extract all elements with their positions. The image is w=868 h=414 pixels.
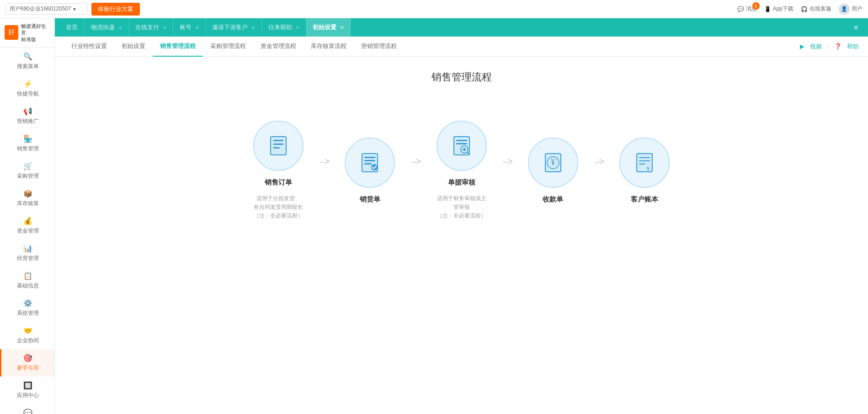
app-download-item[interactable]: 📱 App下载 bbox=[764, 5, 793, 13]
sub-tab-sales_flow[interactable]: 销售管理流程 bbox=[153, 37, 203, 57]
headset-icon: 🎧 bbox=[801, 6, 808, 12]
tab-close-invite[interactable]: ✕ bbox=[251, 25, 255, 30]
sidebar-item-collab[interactable]: 🤝 企业协同 bbox=[0, 322, 54, 349]
help-label[interactable]: 帮助 bbox=[847, 42, 859, 51]
svg-text:¥: ¥ bbox=[551, 158, 555, 167]
tab-close-payment[interactable]: ✕ bbox=[163, 25, 166, 30]
flow-label-audit: 单据审核 bbox=[448, 178, 475, 187]
nav-tab-period[interactable]: 往来期初✕ bbox=[262, 18, 306, 37]
online-service-item[interactable]: 🎧 在线客服 bbox=[801, 5, 831, 13]
sidebar-item-purchase[interactable]: 🛒 采购管理 bbox=[0, 157, 54, 185]
logo-text: 畅捷通好生意 标准版 bbox=[21, 23, 50, 42]
svg-rect-5 bbox=[364, 157, 375, 158]
sidebar-item-label: 新手引导 bbox=[17, 364, 39, 372]
sub-tab-initial[interactable]: 初始设置 bbox=[114, 37, 153, 57]
sidebar-item-sales[interactable]: 🏪 销售管理 bbox=[0, 130, 54, 157]
operation-icon: 📊 bbox=[23, 244, 32, 253]
sidebar-item-system[interactable]: ⚙️ 系统管理 bbox=[0, 294, 54, 322]
sub-tab-purchase_flow[interactable]: 采购管理流程 bbox=[203, 37, 253, 57]
sub-nav-right: ▶ 视频 | ❓ 帮助 bbox=[800, 42, 859, 51]
flow-step-audit[interactable]: 单据审核适用于财务审核或主 管审核 （注：非必要流程） bbox=[425, 121, 498, 221]
flow-arrow-1: ···> bbox=[315, 156, 333, 167]
nav-tab-logistics[interactable]: 物流快递✕ bbox=[85, 18, 129, 37]
svg-rect-19 bbox=[639, 157, 650, 158]
trial-button[interactable]: 体验行业方案 bbox=[91, 3, 140, 16]
tab-close-logistics[interactable]: ✕ bbox=[118, 25, 122, 30]
top-bar-right: 💬 消息 6 📱 App下载 🎧 在线客服 👤 用户 bbox=[737, 4, 863, 15]
nav-tabs-container: 首页物流快递✕在线支付✕账号✕邀请下游客户✕往来期初✕初始设置✕ bbox=[59, 18, 351, 37]
tab-label: 账号 bbox=[180, 23, 192, 32]
message-icon-item[interactable]: 💬 消息 6 bbox=[737, 5, 757, 13]
svg-rect-1 bbox=[273, 140, 283, 141]
separator: | bbox=[827, 43, 829, 50]
sidebar-item-label: 经营管理 bbox=[17, 255, 39, 262]
page-title: 销售管理流程 bbox=[64, 70, 859, 84]
sidebar-item-label: 销售管理 bbox=[17, 145, 39, 153]
nav-tabs: 首页物流快递✕在线支付✕账号✕邀请下游客户✕往来期初✕初始设置✕ ✕ bbox=[55, 18, 868, 37]
tab-close-setup[interactable]: ✕ bbox=[340, 25, 344, 30]
purchase-icon: 🛒 bbox=[23, 162, 32, 170]
flow-step-sales_order[interactable]: 销售订单适用于分批发货、 有合同发货周期较长 （注：非必要流程） bbox=[242, 121, 315, 221]
svg-rect-18 bbox=[637, 154, 652, 172]
sidebar-item-search[interactable]: 🔍 搜索菜单 bbox=[0, 48, 54, 75]
sidebar-item-label: 系统管理 bbox=[17, 309, 39, 317]
sub-tab-marketing_flow[interactable]: 营销管理流程 bbox=[354, 37, 404, 57]
svg-rect-6 bbox=[364, 160, 375, 161]
tab-close-account[interactable]: ✕ bbox=[195, 25, 199, 30]
flow-step-account_book[interactable]: ¥ 客户账本 bbox=[608, 138, 681, 204]
help-icon: ❓ bbox=[834, 43, 841, 50]
finance-icon: 💰 bbox=[23, 217, 32, 225]
svg-text:¥: ¥ bbox=[647, 165, 650, 172]
user-name-label: 用户 bbox=[852, 5, 863, 13]
flow-step-delivery[interactable]: 销货单 bbox=[333, 138, 406, 204]
flow-step-receipt[interactable]: ¥ 收款单 bbox=[517, 138, 590, 204]
sidebar-item-apps[interactable]: 🔲 应用中心 bbox=[0, 377, 54, 404]
nav-tab-account[interactable]: 账号✕ bbox=[173, 18, 206, 37]
video-label[interactable]: 视频 bbox=[810, 42, 822, 51]
tab-label: 初始设置 bbox=[313, 23, 336, 32]
sidebar-nav: 🔍 搜索菜单⚡ 快捷导航📢 营销推广🏪 销售管理🛒 采购管理📦 库存核算💰 资金… bbox=[0, 48, 54, 414]
sidebar-item-label: 快捷导航 bbox=[17, 90, 39, 98]
sidebar-item-basic[interactable]: 📋 基础信息 bbox=[0, 267, 54, 294]
svg-rect-20 bbox=[639, 160, 650, 161]
nav-tab-payment[interactable]: 在线支付✕ bbox=[129, 18, 173, 37]
user-select[interactable]: 用户690企业1660120507 ▾ bbox=[5, 3, 88, 15]
dropdown-icon: ▾ bbox=[73, 6, 76, 12]
online-service-label: 在线客服 bbox=[809, 5, 831, 13]
search-icon: 🔍 bbox=[23, 52, 32, 61]
flow-arrow-2: ···> bbox=[406, 156, 425, 167]
sidebar-item-finance[interactable]: 💰 资金管理 bbox=[0, 212, 54, 239]
flow-circle-delivery bbox=[345, 138, 395, 188]
quicknav-icon: ⚡ bbox=[23, 80, 32, 88]
sub-tab-inventory_flow[interactable]: 库存核算流程 bbox=[304, 37, 354, 57]
sidebar-item-inventory[interactable]: 📦 库存核算 bbox=[0, 185, 54, 212]
sidebar-item-operation[interactable]: 📊 经营管理 bbox=[0, 239, 54, 267]
sidebar-item-marketing[interactable]: 📢 营销推广 bbox=[0, 102, 54, 130]
top-bar: 用户690企业1660120507 ▾ 体验行业方案 💬 消息 6 📱 App下… bbox=[0, 0, 868, 18]
tab-label: 往来期初 bbox=[268, 23, 292, 32]
wechat-icon: 💬 bbox=[23, 409, 32, 414]
nav-tab-invite[interactable]: 邀请下游客户✕ bbox=[206, 18, 262, 37]
newbie-icon: 🎯 bbox=[23, 354, 32, 362]
sub-tab-industry[interactable]: 行业特性设置 bbox=[64, 37, 114, 57]
sidebar-item-wechat[interactable]: 💬 企业微信 bbox=[0, 404, 54, 414]
flow-circle-account_book: ¥ bbox=[619, 138, 670, 188]
sidebar-item-quicknav[interactable]: ⚡ 快捷导航 bbox=[0, 75, 54, 102]
nav-tab-setup[interactable]: 初始设置✕ bbox=[306, 18, 351, 37]
sub-tab-finance_flow[interactable]: 资金管理流程 bbox=[253, 37, 304, 57]
nav-tab-home[interactable]: 首页 bbox=[59, 18, 85, 37]
close-all-tabs[interactable]: ✕ bbox=[848, 23, 863, 32]
flow-circle-receipt: ¥ bbox=[528, 138, 578, 188]
message-badge: 6 bbox=[752, 2, 760, 10]
tab-label: 物流快递 bbox=[91, 23, 115, 32]
user-avatar-item[interactable]: 👤 用户 bbox=[839, 4, 863, 15]
content-area: 首页物流快递✕在线支付✕账号✕邀请下游客户✕往来期初✕初始设置✕ ✕ 行业特性设… bbox=[55, 18, 868, 414]
app-icon: 📱 bbox=[764, 6, 771, 12]
tab-close-period[interactable]: ✕ bbox=[296, 25, 299, 30]
marketing-icon: 📢 bbox=[23, 107, 32, 116]
tab-label: 在线支付 bbox=[135, 23, 159, 32]
logo-icon: 好 bbox=[5, 25, 18, 40]
flow-label-delivery: 销货单 bbox=[360, 195, 380, 204]
sidebar-item-label: 基础信息 bbox=[17, 282, 39, 290]
sidebar-item-newbie[interactable]: 🎯 新手引导 bbox=[0, 349, 54, 377]
